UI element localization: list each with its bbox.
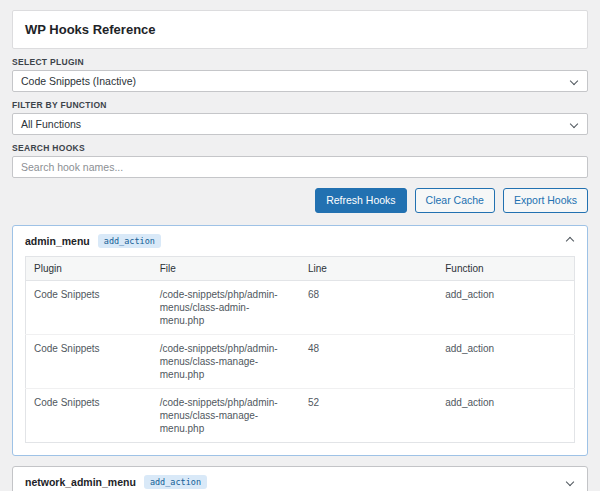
search-hooks-label: SEARCH HOOKS xyxy=(12,143,588,153)
cell-file: /code-snippets/php/admin-menus/class-man… xyxy=(152,388,300,442)
page: WP Hooks Reference SELECT PLUGIN Code Sn… xyxy=(12,10,588,491)
chevron-up-icon xyxy=(566,236,574,244)
hook-name: admin_menu xyxy=(25,235,90,247)
cell-file: /code-snippets/php/admin-menus/class-adm… xyxy=(152,280,300,334)
cell-function: add_action xyxy=(437,334,574,388)
table-row: Code Snippets /code-snippets/php/admin-m… xyxy=(26,280,575,334)
chevron-down-icon xyxy=(570,77,578,85)
column-header-function: Function xyxy=(437,256,574,280)
accordion-network-admin-menu: network_admin_menu add_action xyxy=(12,466,588,491)
filter-function-label: FILTER BY FUNCTION xyxy=(12,100,588,110)
hook-name: network_admin_menu xyxy=(25,476,136,488)
column-header-line: Line xyxy=(300,256,437,280)
export-hooks-button[interactable]: Export Hooks xyxy=(503,188,588,213)
cell-line: 48 xyxy=(300,334,437,388)
select-plugin-label: SELECT PLUGIN xyxy=(12,57,588,67)
accordion-header[interactable]: network_admin_menu add_action xyxy=(13,467,587,491)
plugin-select-value: Code Snippets (Inactive) xyxy=(21,75,136,87)
table-row: Code Snippets /code-snippets/php/admin-m… xyxy=(26,388,575,442)
accordion-header[interactable]: admin_menu add_action xyxy=(13,226,587,256)
clear-cache-button[interactable]: Clear Cache xyxy=(415,188,495,213)
toolbar: Refresh Hooks Clear Cache Export Hooks xyxy=(12,188,588,213)
chevron-down-icon xyxy=(570,120,578,128)
page-title: WP Hooks Reference xyxy=(25,22,575,37)
accordion-panel: Plugin File Line Function Code Snippets … xyxy=(13,256,587,455)
cell-line: 68 xyxy=(300,280,437,334)
hook-type-badge: add_action xyxy=(98,234,161,248)
cell-file: /code-snippets/php/admin-menus/class-man… xyxy=(152,334,300,388)
function-filter-value: All Functions xyxy=(21,118,81,130)
function-filter-select[interactable]: All Functions xyxy=(12,113,588,135)
cell-function: add_action xyxy=(437,388,574,442)
table-row: Code Snippets /code-snippets/php/admin-m… xyxy=(26,334,575,388)
cell-plugin: Code Snippets xyxy=(26,388,152,442)
cell-plugin: Code Snippets xyxy=(26,334,152,388)
refresh-hooks-button[interactable]: Refresh Hooks xyxy=(315,188,406,213)
plugin-select[interactable]: Code Snippets (Inactive) xyxy=(12,70,588,92)
cell-plugin: Code Snippets xyxy=(26,280,152,334)
column-header-plugin: Plugin xyxy=(26,256,152,280)
column-header-file: File xyxy=(152,256,300,280)
cell-line: 52 xyxy=(300,388,437,442)
header-card: WP Hooks Reference xyxy=(12,10,588,49)
hook-type-badge: add_action xyxy=(144,475,207,489)
cell-function: add_action xyxy=(437,280,574,334)
accordion-admin-menu: admin_menu add_action Plugin File Line F… xyxy=(12,225,588,456)
table-header-row: Plugin File Line Function xyxy=(26,256,575,280)
hooks-table: Plugin File Line Function Code Snippets … xyxy=(25,256,575,443)
search-input[interactable] xyxy=(12,156,588,178)
chevron-down-icon xyxy=(566,478,574,486)
